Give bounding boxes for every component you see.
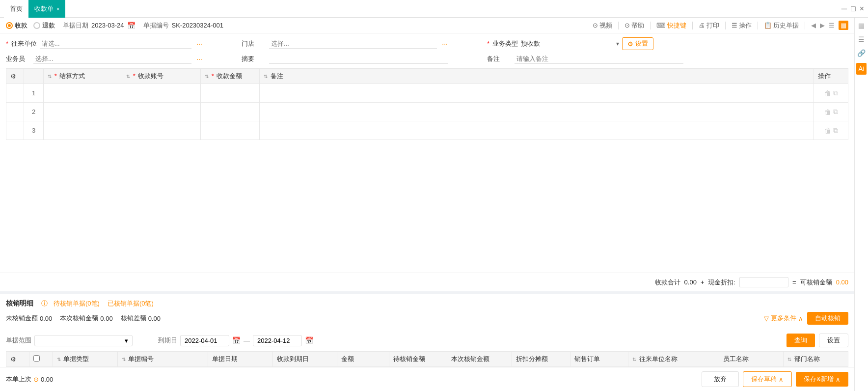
calendar-to-icon[interactable]: 📅 <box>305 336 313 344</box>
input-account-2[interactable] <box>122 103 200 121</box>
th-gear[interactable]: ⚙ <box>6 69 24 84</box>
input-amount-2[interactable] <box>201 103 259 121</box>
input-settlement-1[interactable] <box>44 84 122 102</box>
sidebar-table-icon[interactable]: ▦ <box>858 22 865 29</box>
save-new-button[interactable]: 保存&新增 ∧ <box>796 372 848 387</box>
nav-tab-home[interactable]: 首页 <box>4 0 28 18</box>
query-button[interactable]: 查询 <box>787 334 815 347</box>
sidebar-link-icon[interactable]: 🔗 <box>857 49 866 57</box>
right-arrow-icon[interactable]: ▶ <box>820 22 825 29</box>
help-action[interactable]: ⊙ 帮助 <box>624 21 644 30</box>
td-amount-1[interactable] <box>201 84 260 103</box>
discount-input[interactable] <box>739 277 788 287</box>
main-container: 收款 退款 单据日期 2023-03-24 📅 单据编号 SK-20230324… <box>0 18 854 391</box>
td-gear-3 <box>6 121 24 140</box>
calendar-from-icon[interactable]: 📅 <box>232 336 241 344</box>
copy-icon-3[interactable]: ⧉ <box>833 126 838 135</box>
counterpart-more-btn[interactable]: ··· <box>196 40 202 48</box>
save-draft-button[interactable]: 保存草稿 ∧ <box>743 371 792 387</box>
td-amount-3[interactable] <box>201 121 260 140</box>
select-all-checkbox[interactable] <box>33 355 40 362</box>
operation-action[interactable]: ☰ 操作 <box>732 21 752 30</box>
print-action[interactable]: 🖨 打印 <box>699 21 719 30</box>
form-area: * 往来单位 ··· 门店 ··· * 业务类型 <box>0 33 854 68</box>
date-from-input[interactable] <box>180 335 229 346</box>
input-notes-2[interactable] <box>260 103 814 121</box>
input-notes-1[interactable] <box>260 84 814 102</box>
td-notes-1[interactable] <box>260 84 814 103</box>
td-settlement-2[interactable] <box>44 103 122 121</box>
history-action[interactable]: 📋 历史单据 <box>764 21 799 30</box>
date-to-input[interactable] <box>253 335 302 346</box>
list-icon[interactable]: ☰ <box>829 22 835 29</box>
td-notes-3[interactable] <box>260 121 814 140</box>
input-amount-1[interactable] <box>201 84 259 102</box>
delete-icon-2[interactable]: 🗑 <box>824 108 831 116</box>
input-settlement-3[interactable] <box>44 121 122 140</box>
td-account-3[interactable] <box>122 121 201 140</box>
gear-settings-icon[interactable]: ⚙ <box>10 73 16 80</box>
verification-info-icon[interactable]: ⓘ <box>41 299 48 308</box>
bottom-gear-icon[interactable]: ⚙ <box>10 356 16 363</box>
close-window-icon[interactable]: × <box>860 4 864 13</box>
td-account-1[interactable] <box>122 84 201 103</box>
refund-radio[interactable]: 退款 <box>33 21 55 30</box>
sidebar-list-icon[interactable]: ☰ <box>858 35 865 43</box>
delete-icon-3[interactable]: 🗑 <box>824 127 831 135</box>
table-row: 2 🗑 ⧉ <box>6 103 848 121</box>
help-icon: ⊙ <box>624 22 630 29</box>
shop-input[interactable] <box>269 39 437 49</box>
shop-more-btn[interactable]: ··· <box>442 40 448 48</box>
receipt-tab-label: 收款单 <box>34 4 54 13</box>
totals-row: 收款合计 0.00 + 现金折扣: = 可核销金额 0.00 <box>0 273 854 291</box>
auto-cancel-button[interactable]: 自动核销 <box>807 312 848 325</box>
verified-tab[interactable]: 已核销单据(0笔) <box>108 299 154 308</box>
copy-icon-2[interactable]: ⧉ <box>833 108 838 116</box>
bth-gear[interactable]: ⚙ <box>6 352 29 367</box>
nav-tab-receipt[interactable]: 收款单 × <box>28 0 65 18</box>
salesperson-more-btn[interactable]: ··· <box>196 55 202 63</box>
operation-label: 操作 <box>739 21 752 30</box>
more-conditions-btn[interactable]: ▽ 更多条件 ∧ <box>764 314 803 323</box>
video-action[interactable]: ⊙ 视频 <box>593 21 612 30</box>
td-actions-3: 🗑 ⧉ <box>814 121 848 140</box>
td-account-2[interactable] <box>122 103 201 121</box>
td-settlement-3[interactable] <box>44 121 122 140</box>
sidebar-ai-icon[interactable]: Ai <box>856 63 866 75</box>
summary-input[interactable] <box>269 54 448 64</box>
abandon-button[interactable]: 放弃 <box>702 371 739 387</box>
grid-icon[interactable]: ▦ <box>839 21 848 30</box>
bottom-settings-button[interactable]: 设置 <box>819 334 848 347</box>
input-notes-3[interactable] <box>260 121 814 140</box>
verifiable-value: 0.00 <box>836 279 848 286</box>
left-arrow-icon[interactable]: ◀ <box>811 22 816 29</box>
td-amount-2[interactable] <box>201 103 260 121</box>
bottom-info-icon[interactable]: ⊙ <box>33 376 39 383</box>
toolbar-actions: ⊙ 视频 ⊙ 帮助 ⌨ 快捷键 🖨 打印 ☰ 操作 <box>593 21 848 30</box>
input-account-1[interactable] <box>122 84 200 102</box>
input-settlement-2[interactable] <box>44 103 122 121</box>
close-tab-icon[interactable]: × <box>56 6 59 12</box>
notes-input[interactable] <box>515 54 683 64</box>
input-account-3[interactable] <box>122 121 200 140</box>
counterpart-input[interactable] <box>40 39 192 49</box>
copy-icon-1[interactable]: ⧉ <box>833 89 838 97</box>
section-title: 核销明细 <box>6 299 33 308</box>
filter-buttons: 查询 设置 <box>787 334 848 347</box>
settings-button[interactable]: ⚙ 设置 <box>622 37 653 50</box>
pending-tab[interactable]: 待核销单据(0笔) <box>54 299 100 308</box>
receipt-radio[interactable]: 收款 <box>6 21 27 30</box>
td-settlement-1[interactable] <box>44 84 122 103</box>
delete-icon-1[interactable]: 🗑 <box>824 89 831 97</box>
business-type-select[interactable]: 预收款 ▾ <box>521 39 619 48</box>
input-amount-3[interactable] <box>201 121 259 140</box>
bth-pending: 待核销金额 <box>389 352 447 367</box>
range-select[interactable]: ▾ <box>34 335 133 346</box>
minimize-icon[interactable]: ─ <box>841 4 847 13</box>
maximize-icon[interactable]: □ <box>851 4 856 13</box>
business-type-chevron[interactable]: ▾ <box>616 40 619 47</box>
td-notes-2[interactable] <box>260 103 814 121</box>
salesperson-input[interactable] <box>33 54 191 64</box>
calendar-icon[interactable]: 📅 <box>127 22 136 29</box>
shortcut-action[interactable]: ⌨ 快捷键 <box>656 21 686 30</box>
